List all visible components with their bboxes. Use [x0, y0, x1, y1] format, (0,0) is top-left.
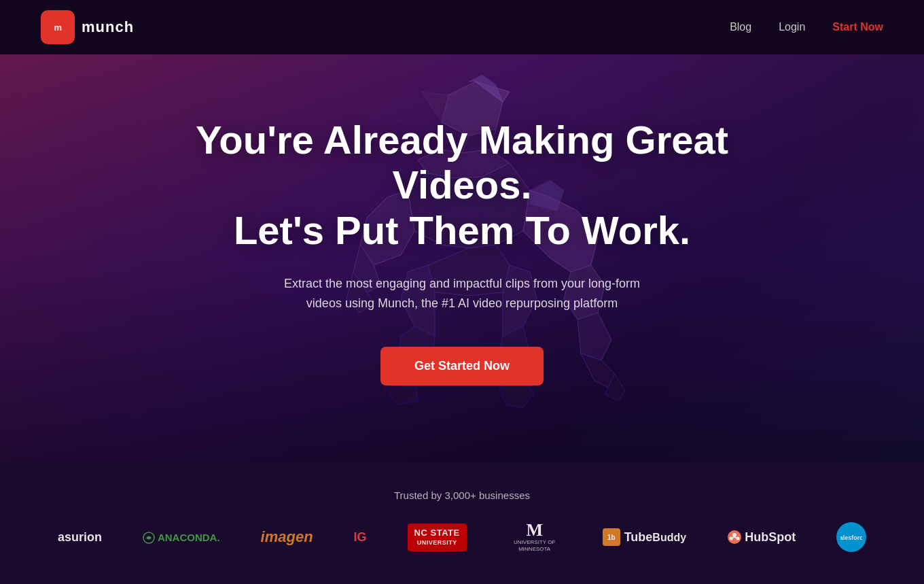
hero-title-line2: Let's Put Them To Work.	[234, 208, 690, 252]
umn-logo: M UNIVERSITY OF MINNESOTA	[508, 521, 562, 553]
svg-point-25	[732, 533, 736, 537]
hero-subtitle: Extract the most engaging and impactful …	[272, 274, 652, 313]
trusted-label: Trusted by 3,000+ businesses	[0, 489, 924, 501]
hero-title: You're Already Making Great Videos. Let'…	[170, 118, 754, 254]
nav-links: Blog Login Start Now	[730, 21, 883, 33]
nav-start-now-button[interactable]: Start Now	[832, 21, 883, 33]
get-started-button[interactable]: Get Started Now	[380, 347, 544, 385]
logo-wordmark: munch	[82, 18, 134, 36]
navbar: m munch Blog Login Start Now	[0, 0, 924, 54]
logo-asurion: asurion	[37, 530, 122, 545]
logo-hubspot: HubSpot	[707, 530, 816, 545]
hero-section: You're Already Making Great Videos. Let'…	[0, 54, 924, 462]
logo-icon: m	[54, 22, 61, 33]
logo-imagen: imagen	[241, 528, 334, 546]
logo-ig: IG	[334, 530, 387, 545]
hero-content: You're Already Making Great Videos. Let'…	[156, 77, 768, 441]
imagen-logo: imagen	[261, 528, 313, 546]
logo-salesforce: salesforce	[816, 522, 887, 552]
trusted-section: Trusted by 3,000+ businesses asurion ANA…	[0, 462, 924, 574]
anaconda-logo: ANACONDA.	[143, 530, 220, 545]
logo-umn: M UNIVERSITY OF MINNESOTA	[487, 521, 582, 553]
hubspot-logo: HubSpot	[727, 530, 796, 545]
logo-container[interactable]: m munch	[41, 10, 134, 44]
svg-text:salesforce: salesforce	[840, 534, 862, 541]
ncstate-logo: NC STATE UNIVERSITY	[408, 523, 467, 551]
logo-ncstate: NC STATE UNIVERSITY	[387, 523, 487, 551]
logo-tubebuddy: 1b TubeBuddy	[582, 528, 707, 546]
salesforce-logo: salesforce	[836, 522, 866, 552]
nav-blog[interactable]: Blog	[730, 21, 751, 33]
ig-logo: IG	[354, 530, 367, 545]
logo-box: m	[41, 10, 75, 44]
nav-login[interactable]: Login	[779, 21, 805, 33]
logos-strip: asurion ANACONDA. imagen IG NC STATE UNI…	[0, 521, 924, 553]
tubebuddy-logo: 1b TubeBuddy	[603, 528, 686, 546]
logo-anaconda: ANACONDA.	[122, 530, 241, 545]
asurion-logo: asurion	[58, 530, 102, 545]
hero-title-line1: You're Already Making Great Videos.	[196, 118, 728, 207]
